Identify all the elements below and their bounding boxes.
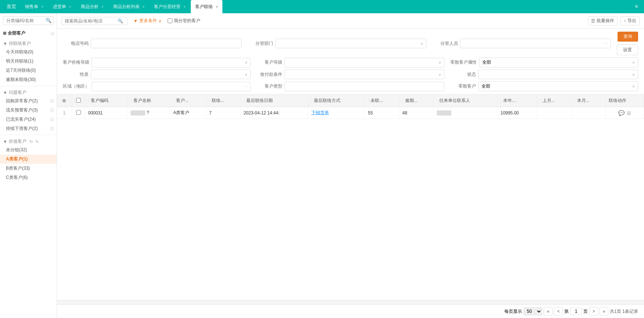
first-page-btn[interactable]: «	[544, 307, 552, 316]
main-layout: 🔍 ⊞ 全部客户 ◁ ▼ 待联络客户 今天待联络(0) 明天待联络(1) 近7天…	[0, 13, 644, 318]
sidebar-search-area: 🔍	[0, 13, 57, 28]
tab-customer-tier[interactable]: 客户分层经营 ×	[150, 0, 190, 13]
refresh-icon[interactable]: ↻	[29, 139, 33, 144]
my-customers-checkbox[interactable]: 我分管的客户	[168, 18, 200, 24]
filter-search-input[interactable]	[65, 18, 116, 24]
col-select-all[interactable]	[72, 95, 85, 107]
filter-customer-level: 客户等级 ∨	[257, 58, 444, 67]
export-icon: ↑	[624, 18, 626, 24]
sidebar-item-today[interactable]: 今天待联络(0)	[0, 47, 57, 57]
all-customers-header[interactable]: ⊞ 全部客户 ◁	[0, 28, 57, 39]
close-purchase-tab[interactable]: ×	[69, 5, 71, 9]
customer-level-chevron: ∨	[439, 60, 441, 64]
my-customers-check[interactable]	[168, 18, 172, 23]
sidebar-group-problem: ▼ 问题客户	[0, 88, 57, 96]
filter-customer-type: 客户类型	[257, 82, 444, 91]
page-input[interactable]	[570, 308, 582, 315]
advanced-filter: 电话号码 分管部门 ∨ 分管人员 ··· 查询 设置	[57, 29, 644, 95]
more-criteria-btn[interactable]: ▼ 更多条件 ∨	[130, 17, 165, 25]
sidebar-item-c-class[interactable]: C类客户(6)	[0, 173, 57, 182]
customer-table: ⚙ :客户编码 :客户名称 :客户... :联络... :最后联络日期 :最后联…	[57, 95, 644, 119]
close-customer-contact-tab[interactable]: ×	[216, 5, 218, 9]
sidebar-item-declining[interactable]: 持续下滑客户(2) ⓘ	[0, 124, 57, 133]
col-uncontacted: :未联...	[365, 95, 399, 107]
sidebar-item-tomorrow[interactable]: 明天待联络(1)	[0, 57, 57, 66]
tab-customer-contact[interactable]: 客户联络 ×	[191, 0, 222, 13]
row-last-month	[537, 107, 571, 119]
sidebar-collapse-btn[interactable]: ◁	[50, 31, 54, 36]
filter-row-3: 性质 ∨ 收付款条件 ∨ 状态 ∨	[63, 70, 638, 79]
filter-search-box[interactable]: 🔍	[61, 17, 128, 25]
tab-product-analysis-list[interactable]: 商品分析列表 ×	[109, 0, 149, 13]
nature-input[interactable]: ∨	[91, 70, 251, 79]
price-level-chevron: ∨	[245, 60, 247, 64]
price-level-input[interactable]: ∨	[92, 58, 251, 67]
nature-label: 性质	[63, 71, 89, 78]
home-tab[interactable]: 首页	[3, 3, 20, 10]
customer-level-label: 客户等级	[257, 59, 282, 66]
table-row: 1 000031 ? A类客户 7 2023-04-12 14:44: 下销货单	[57, 107, 644, 119]
page-size-select[interactable]: 50 100 200	[523, 307, 542, 315]
horizontal-scrollbar[interactable]	[57, 300, 644, 304]
filter-price-level: 客户价格等级 ∨	[63, 58, 251, 67]
region-input[interactable]: ···	[92, 82, 251, 91]
settings-btn[interactable]: 设置	[617, 45, 638, 55]
contact-method-link[interactable]: 下销货单	[311, 110, 329, 115]
sidebar-group-value: ▼ 价值客户 ↻ ✎	[0, 137, 57, 145]
last-page-btn[interactable]: »	[600, 307, 608, 316]
close-product-analysis-tab[interactable]: ×	[101, 5, 104, 9]
filter-nature: 性质 ∨	[63, 70, 251, 79]
col-contact-person: :往来单位联系人	[433, 95, 497, 107]
row-this-month	[571, 107, 605, 119]
filter-phone: 电话号码	[63, 39, 242, 48]
contact-person-redacted	[437, 110, 451, 116]
sidebar-item-a-class[interactable]: A类客户(1)	[0, 155, 57, 164]
row-checkbox[interactable]	[76, 110, 81, 115]
status-chevron: ∨	[632, 73, 635, 77]
action-icons: 💬 ⊞	[609, 110, 641, 116]
batch-operation-btn[interactable]: ☰ 批量操作	[588, 16, 618, 25]
sidebar-item-overdue[interactable]: 逾期未联络(30)	[0, 75, 57, 84]
retail-attr-input[interactable]: 全部 ∨	[479, 57, 638, 67]
region-dots: ···	[244, 84, 247, 88]
select-all-checkbox[interactable]	[76, 98, 81, 103]
table-body: 1 000031 ? A类客户 7 2023-04-12 14:44: 下销货单	[57, 107, 644, 119]
prev-page-btn[interactable]: <	[554, 307, 563, 316]
sidebar-item-abnormal[interactable]: 回购异常客户(2) ⓘ	[0, 96, 57, 106]
query-btn[interactable]: 查询	[618, 32, 638, 42]
filter-status: 状态 ∨	[450, 70, 638, 79]
department-input[interactable]: ∨	[275, 39, 426, 48]
sidebar-item-b-class[interactable]: B类客户(33)	[0, 164, 57, 173]
table-container: ⚙ :客户编码 :客户名称 :客户... :联络... :最后联络日期 :最后联…	[57, 95, 644, 300]
status-label: 状态	[450, 71, 476, 78]
retail-customer-input[interactable]: 全部 ∨	[478, 81, 638, 91]
tab-sales[interactable]: 销售单 ×	[21, 0, 48, 13]
sidebar-item-7days[interactable]: 近7天待联络(0)	[0, 66, 57, 75]
status-input[interactable]: ∨	[478, 70, 638, 79]
link-icon[interactable]: ⊞	[627, 110, 631, 116]
all-customers-title: ⊞ 全部客户	[3, 30, 25, 36]
customer-type-input[interactable]	[285, 82, 444, 91]
filter-retail-attr: 零散客户属性 全部 ∨	[450, 57, 638, 67]
tab-product-analysis[interactable]: 商品分析 ×	[76, 0, 108, 13]
close-sales-tab[interactable]: ×	[41, 5, 43, 9]
next-page-btn[interactable]: >	[589, 307, 598, 316]
export-btn[interactable]: ↑ 导出	[620, 16, 640, 25]
edit-icon[interactable]: ✎	[35, 139, 39, 144]
chat-icon[interactable]: 💬	[618, 110, 625, 116]
col-settings[interactable]: ⚙	[57, 95, 72, 107]
sidebar-item-warning[interactable]: 流失预警客户(3) ⓘ	[0, 106, 57, 115]
customer-level-input[interactable]: ∨	[285, 58, 444, 67]
sidebar-item-lost[interactable]: 已流失客户(24) ⓘ	[0, 115, 57, 124]
grid-icon: ⊞	[3, 31, 6, 36]
close-all-tabs[interactable]: ×	[632, 3, 641, 10]
department-label: 分管部门	[247, 40, 273, 47]
tab-purchase[interactable]: 进货单 ×	[49, 0, 76, 13]
close-product-analysis-list-tab[interactable]: ×	[143, 5, 145, 9]
phone-input[interactable]	[91, 39, 242, 48]
payment-input[interactable]: ∨	[285, 70, 444, 79]
filter-person: 分管人员 ···	[432, 39, 611, 48]
person-input[interactable]: ···	[460, 39, 611, 48]
close-customer-tier-tab[interactable]: ×	[183, 5, 186, 9]
sidebar-item-ungroup[interactable]: 未分组(32)	[0, 145, 57, 155]
